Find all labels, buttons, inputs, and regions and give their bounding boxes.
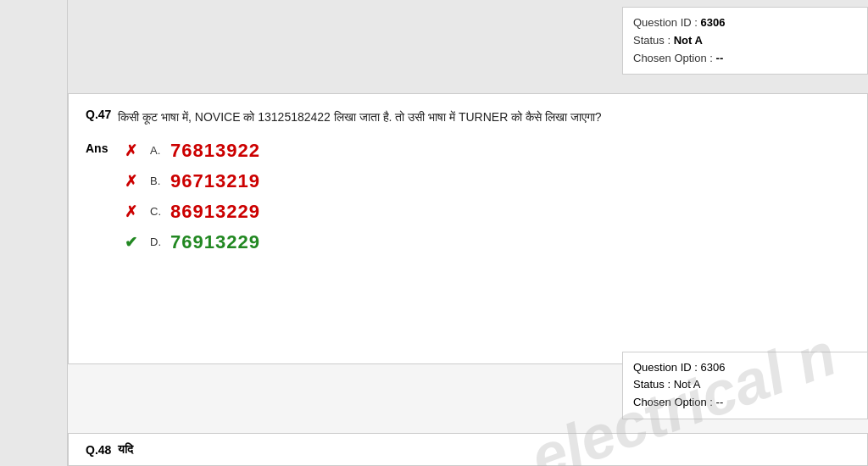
bottom-question-id-label: Question ID : [633,361,700,374]
option-row-c: ✗ C. 86913229 [125,201,260,223]
option-b-icon: ✗ [125,172,143,191]
options-list: ✗ A. 76813922 ✗ B. 96713219 ✗ C. 8691322… [125,140,260,253]
answer-section: Ans ✗ A. 76813922 ✗ B. 96713219 ✗ C. [86,140,850,253]
question-47-number: Q.47 [86,108,111,121]
ans-label: Ans [86,141,111,155]
question-47-text: किसी कूट भाषा में, NOVICE को 13125182422… [118,108,601,128]
bottom-chosen-row: Chosen Option : -- [633,394,857,412]
top-chosen-value: -- [716,52,724,64]
option-d-letter: D. [150,236,164,248]
bottom-status-label: Status : [633,378,674,391]
option-c-value: 86913229 [170,201,260,223]
question-48-text: यदि [118,442,133,457]
option-a-letter: A. [150,144,164,157]
question-47-area: Q.47 किसी कूट भाषा में, NOVICE को 131251… [68,93,868,364]
info-box-bottom: Question ID : 6306 Status : Not A Chosen… [622,352,868,419]
bottom-chosen-label: Chosen Option : [633,396,716,408]
option-b-letter: B. [150,175,164,187]
bottom-status-value: Not A [674,378,701,391]
bottom-chosen-value: -- [716,396,724,408]
question-48-area: Q.48 यदि [68,433,868,466]
option-c-letter: C. [150,205,164,218]
bottom-status-row: Status : Not A [633,376,857,394]
option-c-icon: ✗ [125,202,143,221]
option-d-value: 76913229 [170,231,260,253]
option-d-icon: ✔ [125,233,143,252]
bottom-question-id-value: 6306 [700,361,725,374]
main-container: Question ID : 6306 Status : Not A Chosen… [0,0,868,466]
option-row-a: ✗ A. 76813922 [125,140,260,162]
option-a-icon: ✗ [125,141,143,160]
top-status-label: Status : [633,34,674,47]
top-question-id-label: Question ID : [633,16,700,29]
top-status-value: Not A [674,34,703,47]
option-row-d: ✔ D. 76913229 [125,231,260,253]
bottom-question-id-row: Question ID : 6306 [633,359,857,377]
top-status-row: Status : Not A [633,32,857,50]
top-chosen-label: Chosen Option : [633,52,716,64]
top-question-id-value: 6306 [700,16,725,29]
question-48-content: Q.48 यदि [86,442,850,457]
option-b-value: 96713219 [170,170,260,192]
info-box-top: Question ID : 6306 Status : Not A Chosen… [622,7,868,75]
top-chosen-row: Chosen Option : -- [633,50,857,68]
question-47-header: Q.47 किसी कूट भाषा में, NOVICE को 131251… [86,108,850,128]
top-question-id-row: Question ID : 6306 [633,14,857,32]
left-strip [0,0,68,466]
option-a-value: 76813922 [170,140,260,162]
question-48-number: Q.48 [86,443,111,457]
option-row-b: ✗ B. 96713219 [125,170,260,192]
